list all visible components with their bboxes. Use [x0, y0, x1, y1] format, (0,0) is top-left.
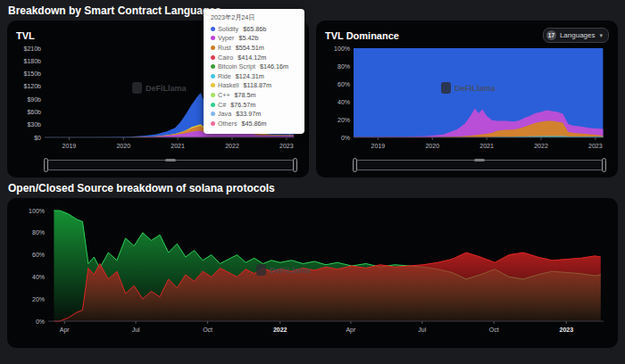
y-axis-tick: $180b [24, 58, 42, 64]
y-axis-tick: 60% [338, 81, 350, 87]
y-axis-tick: 20% [338, 117, 350, 123]
x-axis-tick: 2022 [534, 143, 548, 149]
dominance-card-header: TVL Dominance 17 Languages ▾ [325, 27, 609, 44]
series-color-dot [211, 93, 215, 97]
tooltip-series-label: Rust [218, 44, 231, 52]
tooltip-series-label: Vyper [218, 34, 235, 42]
x-axis-tick: Jul [418, 327, 426, 333]
y-axis-tick: $90b [27, 96, 41, 103]
tooltip-row: Haskell $118.87m [211, 81, 297, 91]
tooltip-series-value: $33.97m [236, 110, 261, 118]
brush-handle-left[interactable] [353, 158, 357, 172]
series-color-dot [211, 103, 215, 107]
brush-handle-left[interactable] [44, 158, 48, 172]
brush-grip[interactable] [474, 159, 485, 161]
y-axis-tick: $150b [24, 70, 42, 77]
tooltip-row: C++ $78.5m [211, 90, 297, 100]
tooltip-series-value: $76.57m [230, 101, 255, 109]
tooltip-series-label: Solidity [218, 25, 238, 33]
series-color-dot [211, 36, 215, 40]
series-color-dot [211, 27, 215, 31]
x-axis-tick: Jul [132, 327, 140, 333]
x-axis-tick: 2019 [62, 143, 77, 149]
tooltip-series-label: Cairo [218, 54, 233, 62]
y-axis-tick: $120b [24, 83, 42, 89]
tooltip-series-label: Bitcoin Script [218, 62, 255, 70]
brush-handle-right[interactable] [602, 158, 606, 172]
tooltip-row: Java $33.97m [211, 109, 297, 119]
top-cards-row: TVL 17 Languages ▾ $0$30b$60b$90b$120b$1… [0, 21, 625, 178]
y-axis-tick: 20% [32, 296, 45, 302]
tooltip-series-label: C++ [218, 91, 230, 99]
series-color-dot [211, 46, 215, 50]
dominance-chart-title: TVL Dominance [325, 30, 399, 41]
solana-open-closed-chart[interactable]: 0%20%40%60%80%100%AprJulOct2022AprJulOct… [16, 203, 609, 339]
y-axis-tick: 40% [338, 99, 350, 105]
y-axis-tick: $60b [27, 109, 41, 115]
tooltip-date: 2023年2月24日 [211, 13, 297, 22]
y-axis-tick: 60% [32, 252, 45, 258]
tooltip-row: Cairo $414.12m [211, 53, 297, 62]
tooltip-series-value: $45.86m [242, 120, 267, 128]
series-color-dot [211, 83, 215, 87]
tooltip-series-value: $414.12m [238, 54, 266, 62]
languages-dropdown[interactable]: 17 Languages ▾ [543, 28, 609, 43]
brush-grip[interactable] [165, 159, 176, 161]
x-axis-tick: Oct [489, 327, 499, 333]
brush-handle-right[interactable] [293, 158, 297, 172]
tooltip-series-value: $65.86b [243, 25, 266, 33]
tooltip-row: Bitcoin Script $146.16m [211, 62, 297, 71]
tooltip-series-value: $554.51m [236, 44, 264, 52]
tooltip-row: Ride $124.31m [211, 71, 297, 81]
y-axis-tick: 100% [29, 208, 45, 214]
tooltip-row: Vyper $5.42b [211, 34, 297, 44]
x-axis-tick: 2020 [425, 143, 439, 149]
languages-count-badge: 17 [546, 30, 556, 40]
tooltip-series-value: $146.16m [260, 62, 288, 70]
x-axis-tick: Oct [203, 327, 212, 333]
tooltip-row: Solidity $65.86b [211, 24, 297, 34]
y-axis-tick: 80% [32, 229, 45, 236]
x-axis-tick: 2023 [279, 143, 294, 149]
x-axis-tick: 2022 [273, 327, 288, 333]
dominance-card: TVL Dominance 17 Languages ▾ 0%20%40%60%… [316, 21, 618, 178]
section-title-solana: Open/Closed Source breakdown of solana p… [0, 178, 625, 198]
section-title-languages: Breakdown by Smart Contract Languages [0, 0, 625, 21]
x-axis-tick: 2022 [225, 143, 239, 149]
languages-dropdown-label: Languages [560, 31, 596, 39]
series-color-dot [211, 112, 215, 116]
y-axis-tick: 0% [341, 135, 350, 141]
tooltip-series-value: $5.42b [239, 34, 259, 42]
series-color-dot [211, 55, 215, 60]
y-axis-tick: $30b [27, 121, 41, 128]
dashboard-page: Breakdown by Smart Contract Languages TV… [0, 0, 625, 364]
tooltip-row: Rust $554.51m [211, 43, 297, 53]
chevron-down-icon: ▾ [599, 32, 603, 39]
x-axis-tick: 2021 [171, 143, 185, 149]
tooltip-series-value: $124.31m [236, 72, 264, 80]
x-axis-tick: 2019 [371, 143, 386, 149]
x-axis-tick: Apr [346, 327, 356, 334]
y-axis-tick: 0% [36, 318, 45, 325]
y-axis-tick: 100% [334, 46, 350, 52]
series-color-dot [211, 64, 215, 69]
solana-card: 0%20%40%60%80%100%AprJulOct2022AprJulOct… [7, 198, 618, 348]
tooltip-row: Others $45.86m [211, 119, 297, 128]
series-color-dot [211, 74, 215, 79]
y-axis-tick: 80% [338, 63, 350, 70]
tooltip-series-label: C# [218, 101, 226, 109]
y-axis-tick: 40% [32, 274, 45, 280]
time-range-brush[interactable] [354, 160, 605, 170]
series-color-dot [211, 121, 215, 126]
x-axis-tick: 2023 [560, 327, 574, 333]
tooltip-series-value: $118.87m [244, 81, 271, 89]
tvl-chart-title: TVL [16, 30, 35, 41]
dominance-stacked-area-chart[interactable]: 0%20%40%60%80%100%20192020202120222023 [325, 45, 607, 153]
tooltip-row: C# $76.57m [211, 100, 297, 110]
tooltip-series-label: Haskell [218, 81, 239, 89]
time-range-brush[interactable] [45, 160, 296, 170]
tooltip-rows: Solidity $65.86b Vyper $5.42b Rust $554.… [211, 24, 297, 128]
tooltip-series-value: $78.5m [235, 91, 256, 99]
tooltip-series-label: Ride [218, 72, 231, 80]
tooltip-series-label: Java [218, 110, 231, 118]
